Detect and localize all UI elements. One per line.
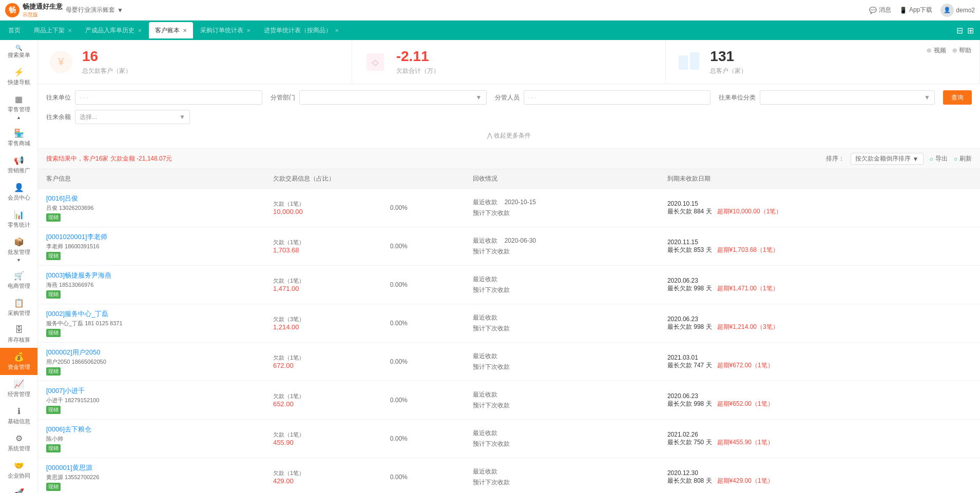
overdue-link-7[interactable]: 超期¥429.00（1笔） — [717, 477, 774, 484]
chevron-down-icon: ▼ — [476, 94, 482, 101]
customer-name-4[interactable]: [000002]用户2050 — [46, 348, 257, 357]
customer-name-6[interactable]: [0006]去下粮仓 — [46, 425, 257, 434]
chevron-down-icon-3: ▼ — [179, 113, 185, 121]
customer-name-2[interactable]: [0003]畅捷服务尹海燕 — [46, 271, 257, 280]
customer-name-0[interactable]: [0016]吕俊 — [46, 194, 257, 203]
message-btn[interactable]: 💬 消息 — [869, 6, 891, 14]
new-guide-icon: 🚀 — [14, 488, 24, 493]
cell-debt-info-1: 欠款（1笔） 1,703.68 — [265, 227, 382, 266]
sidebar-item-enterprise[interactable]: 🤝 企业协同 — [0, 457, 37, 484]
cell-debt-info-6: 欠款（1笔） 455.90 — [265, 420, 382, 458]
cell-customer-info-7: [000001]黄思源 黄思源 13552700226 现销 — [38, 458, 265, 494]
sort-select[interactable]: 按欠款金额倒序排序 ▼ — [851, 153, 924, 165]
user-menu[interactable]: 👤 demo2 — [940, 4, 975, 17]
close-tab-produce-history[interactable]: ✕ — [138, 28, 142, 33]
close-tab-purchase-stats[interactable]: ✕ — [335, 28, 339, 33]
cell-debt-info-5: 欠款（1笔） 652.00 — [265, 381, 382, 420]
maximize-icon[interactable]: ⊞ — [967, 26, 974, 35]
sidebar-item-retail-mgmt[interactable]: ▦ 零售管理 ▲ — [0, 90, 37, 124]
debt-label-1: 欠款（1笔） — [273, 239, 374, 246]
company-select[interactable]: 母婴行业演示账套 ▼ — [66, 6, 123, 14]
export-btn[interactable]: ○ 导出 — [930, 154, 948, 163]
overdue-days-6: 最长欠款 750 天 超期¥455.90（1笔） — [667, 438, 972, 447]
tab-produce-history[interactable]: 产成品入库单历史 ✕ — [79, 22, 148, 38]
refresh-btn[interactable]: ○ 刷新 — [954, 154, 972, 163]
cell-debt-pct-5: 0.00% — [382, 381, 465, 420]
customer-name-7[interactable]: [000001]黄思源 — [46, 463, 257, 472]
collapse-filters-btn[interactable]: ⋀ 收起更多条件 — [46, 129, 972, 142]
stat-value-debt-total: -2.11 — [396, 48, 439, 65]
dept-select[interactable]: ▼ — [299, 90, 487, 105]
sidebar-item-inventory[interactable]: 🗄 库存核算 — [0, 321, 37, 348]
sidebar-item-system[interactable]: ⚙ 系统管理 — [0, 429, 37, 457]
customer-name-3[interactable]: [0002]服务中心_丁磊 — [46, 309, 257, 319]
table-row: [0006]去下粮仓 陈小帅 现销 欠款（1笔） 455.90 0.00% 最近… — [38, 420, 980, 458]
balance-select[interactable]: 选择... ▼ — [75, 110, 190, 124]
cell-customer-info-4: [000002]用户2050 用户2050 18665062050 现销 — [38, 343, 265, 381]
customer-phone-2: 海燕 18513066976 — [46, 281, 257, 289]
app-logo: 畅 — [5, 3, 20, 17]
debt-label-5: 欠款（1笔） — [273, 392, 374, 400]
customer-name-5[interactable]: [0007]小进千 — [46, 386, 257, 396]
sidebar-item-basic-info[interactable]: ℹ 基础信息 — [0, 402, 37, 429]
sort-arrow: ▼ — [913, 155, 919, 163]
close-tab-purchase-order[interactable]: ✕ — [246, 28, 251, 33]
app-download-btn[interactable]: 📱 App下载 — [899, 6, 932, 14]
overdue-link-4[interactable]: 超期¥672.00（1笔） — [717, 362, 774, 369]
stat-label-debt-total: 欠款合计（万） — [396, 67, 439, 75]
minimize-icon[interactable]: ⊟ — [956, 26, 963, 35]
tab-actions: ⊟ ⊞ — [956, 26, 978, 35]
tab-purchase-stats[interactable]: 进货单统计表（按商品） ✕ — [258, 22, 345, 38]
customer-name-1[interactable]: [0001020001]李老师 — [46, 232, 257, 242]
close-tab-product-status[interactable]: ✕ — [68, 28, 72, 33]
search-menu-btn[interactable]: 🔍 搜索菜单 — [0, 40, 37, 63]
search-btn[interactable]: 查询 — [943, 90, 972, 105]
overdue-days-2: 最长欠款 998 天 超期¥1,471.00（1笔） — [667, 284, 972, 293]
cell-debt-pct-6: 0.00% — [382, 420, 465, 458]
sidebar-item-retail-store[interactable]: 🏪 零售商城 — [0, 124, 37, 151]
unit-category-select[interactable]: ▼ — [760, 90, 935, 105]
main-content: ¥ 16 总欠款客户（家） ◇ -2.11 欠款合计（万） — [38, 40, 980, 493]
overdue-link-2[interactable]: 超期¥1,471.00（1笔） — [717, 285, 779, 292]
sidebar-item-new-guide[interactable]: 🚀 新手引导 — [0, 484, 37, 493]
tab-home[interactable]: 首页 — [2, 22, 27, 38]
filter-from-unit: 往来单位 ··· — [46, 90, 262, 105]
video-btn[interactable]: ⊙ 视频 — [927, 46, 946, 55]
sidebar-item-batch-mgmt[interactable]: 📦 批发管理 ▼ — [0, 233, 37, 267]
close-tab-customer-account[interactable]: ✕ — [183, 28, 187, 33]
sidebar-item-purchase[interactable]: 📋 采购管理 — [0, 294, 37, 321]
result-actions: 排序： 按欠款金额倒序排序 ▼ ○ 导出 ○ 刷新 — [826, 153, 972, 165]
overdue-link-6[interactable]: 超期¥455.90（1笔） — [717, 439, 774, 446]
export-icon: ○ — [930, 155, 933, 163]
overdue-link-5[interactable]: 超期¥652.00（1笔） — [717, 400, 774, 407]
person-input[interactable]: ··· — [524, 90, 711, 105]
cell-recovery-1: 最近收款 2020-06-30 预计下次收款 — [465, 227, 659, 266]
table-row: [0002]服务中心_丁磊 服务中心_丁磊 181 0125 8371 现销 欠… — [38, 304, 980, 343]
sidebar-item-quick-nav[interactable]: ⚡ 快捷导航 — [0, 63, 37, 90]
avatar: 👤 — [940, 4, 954, 17]
filter-unit-category: 往来单位分类 ▼ — [719, 90, 935, 105]
sidebar-item-retail-stats[interactable]: 📊 零售统计 — [0, 206, 37, 233]
table-row: [0016]吕俊 吕俊 13026203696 现销 欠款（1笔） 10,000… — [38, 189, 980, 227]
tab-purchase-order[interactable]: 采购订单统计表 ✕ — [194, 22, 257, 38]
from-unit-input[interactable]: ··· — [75, 90, 262, 105]
cell-customer-info-1: [0001020001]李老师 李老师 18600391516 现销 — [38, 227, 265, 266]
overdue-link-0[interactable]: 超期¥10,000.00（1笔） — [717, 208, 782, 215]
help-btn[interactable]: ⊙ 帮助 — [952, 46, 971, 55]
app-icon: 📱 — [899, 7, 907, 14]
th-customer-info: 客户信息 — [38, 169, 265, 189]
sidebar-item-finance[interactable]: 💰 资金管理 — [0, 348, 37, 375]
overdue-link-1[interactable]: 超期¥1,703.68（1笔） — [717, 246, 779, 253]
stat-label-debt-customers: 总欠款客户（家） — [82, 67, 131, 75]
sidebar-item-marketing[interactable]: 📢 营销推广 — [0, 151, 37, 179]
tab-bar: 首页 商品上下架 ✕ 产成品入库单历史 ✕ 客户账本 ✕ 采购订单统计表 ✕ 进… — [0, 21, 980, 40]
sidebar-item-member[interactable]: 👤 会员中心 — [0, 179, 37, 206]
sidebar-item-operation[interactable]: 📈 经营管理 — [0, 375, 37, 402]
tag-xianjin-4: 现销 — [46, 367, 61, 376]
sidebar-item-ecommerce[interactable]: 🛒 电商管理 — [0, 267, 37, 294]
tab-product-status[interactable]: 商品上下架 ✕ — [28, 22, 78, 38]
overdue-link-3[interactable]: 超期¥1,214.00（3笔） — [717, 323, 779, 330]
customer-phone-6: 陈小帅 — [46, 435, 257, 443]
tab-customer-account[interactable]: 客户账本 ✕ — [149, 22, 193, 38]
stat-info-1: 16 总欠款客户（家） — [82, 48, 131, 75]
